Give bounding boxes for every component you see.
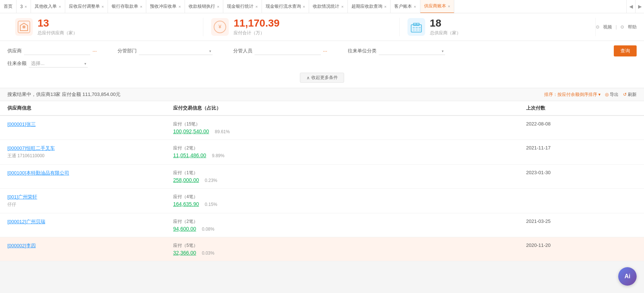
search-button[interactable]: 查询 — [614, 45, 637, 56]
close-icon[interactable]: × — [303, 4, 305, 9]
txn-amount[interactable]: 100,092,540.00 — [173, 128, 209, 134]
separator: | — [616, 24, 617, 30]
close-icon[interactable]: × — [178, 4, 181, 9]
filter-supplier: 供应商 ··· — [7, 47, 97, 55]
nav-tab-home[interactable]: 首页 — [0, 0, 17, 13]
supplier-link[interactable]: [000001]张三 — [7, 121, 173, 128]
supplier-cell: [000100]本特勤油品有限公司 — [7, 170, 173, 177]
col-supplier-info: 供应商信息 — [7, 105, 173, 111]
txn-label: 应付（2笔） — [173, 218, 526, 225]
close-icon[interactable]: × — [25, 4, 27, 9]
supplier-dots-icon[interactable]: ··· — [92, 48, 97, 54]
balance-select[interactable]: 选择... — [29, 59, 88, 68]
stat-payable-amount: ¥ 11,170.39 应付合计（万） — [203, 18, 399, 36]
stat-total-suppliers-label: 总供应商（家） — [430, 30, 461, 36]
sort-caret-icon: ▾ — [598, 92, 601, 97]
txn-amount[interactable]: 94,600.00 — [173, 226, 196, 232]
txn-amount[interactable]: 11,051,486.00 — [173, 152, 206, 158]
col-txn-info: 应付交易信息（占比） — [173, 105, 526, 111]
nav-tab-customer[interactable]: 客户账本 × — [391, 0, 420, 13]
filter-balance: 往来余额 选择... ▾ — [7, 59, 88, 68]
collapse-button[interactable]: ∧ 收起更多条件 — [300, 73, 344, 83]
nav-tab-cash-flow-label: 现金银行流水查询 — [266, 3, 301, 10]
supplier-label: 供应商 — [7, 48, 22, 54]
nav-prev-arrow[interactable]: ◀ — [626, 0, 635, 13]
txn-amount[interactable]: 32,366.00 — [173, 250, 196, 256]
close-icon[interactable]: × — [255, 4, 258, 9]
nav-tab-adjustment[interactable]: 应收应付调整单 × — [65, 0, 108, 13]
filter-area: 供应商 ··· 分管部门 ▾ 分管人员 ··· 往来单位分类 — [0, 41, 644, 88]
supplier-link[interactable]: [000002]李四 — [7, 242, 173, 249]
nav-tab-home-label: 首页 — [4, 3, 13, 10]
person-dots-icon[interactable]: ··· — [323, 48, 328, 54]
txn-cell: 应付（4笔） 164,635.90 0.15% — [173, 194, 526, 207]
txn-label: 应付（1笔） — [173, 170, 526, 176]
col-last-pay: 上次付数 — [526, 105, 637, 111]
nav-arrows: ◀ ▶ — [626, 0, 644, 13]
export-button[interactable]: ◎ 导出 — [605, 92, 619, 98]
nav-tab-cash-flow[interactable]: 现金银行流水查询 × — [262, 0, 309, 13]
close-icon[interactable]: × — [341, 4, 343, 9]
nav-tab-collection[interactable]: 收款核销执行 × — [185, 0, 223, 13]
supplier-sub: 仔仔 — [7, 201, 173, 208]
sort-dropdown[interactable]: 排序：按应付余额倒序排序 ▾ — [544, 92, 601, 98]
supplier-link[interactable]: [000100]本特勤油品有限公司 — [7, 170, 173, 176]
txn-label: 应付（4笔） — [173, 194, 526, 200]
person-label: 分管人员 — [233, 48, 252, 54]
supplier-input[interactable] — [24, 47, 90, 55]
close-icon[interactable]: × — [102, 4, 104, 9]
last-pay-cell: 2021-11-17 — [526, 145, 637, 151]
nav-tab-collect-stats[interactable]: 收款情况统计 × — [309, 0, 347, 13]
txn-label: 应付（2笔） — [173, 145, 526, 151]
stat-payable-suppliers: 13 总应付供应商（家） — [7, 18, 203, 36]
nav-tab-customer-label: 客户账本 — [394, 3, 412, 10]
unit-class-select[interactable] — [379, 47, 445, 55]
summary-bar: 搜索结果中，供应商13家 应付金额 111,703,854.00元 排序：按应付… — [0, 88, 644, 101]
nav-tab-collection-label: 收款核销执行 — [189, 3, 215, 10]
nav-tab-bank-label: 银行存取款单 — [112, 3, 138, 10]
supplier-cell: [000001]张三 — [7, 121, 173, 129]
table-row: [000012]广州贝瑞 应付（2笔） 94,600.00 0.08% 2021… — [0, 213, 644, 237]
payable-amount-icon: ¥ — [211, 18, 229, 36]
close-icon[interactable]: × — [448, 4, 450, 8]
payable-suppliers-icon — [15, 18, 33, 36]
last-pay-cell: 2020-11-20 — [526, 242, 637, 248]
person-input[interactable] — [255, 47, 321, 55]
supplier-cell: [000012]广州贝瑞 — [7, 218, 173, 226]
close-icon[interactable]: × — [384, 4, 386, 9]
nav-tab-supplier-label: 供应商账本 — [424, 3, 446, 9]
table-row: [000007]恒旺二手叉车 王通 17106110000 应付（2笔） 11,… — [0, 140, 644, 165]
total-suppliers-icon — [407, 18, 426, 36]
nav-tab-cash-stats[interactable]: 现金银行统计 × — [223, 0, 262, 13]
stat-payable-suppliers-count: 13 — [38, 18, 77, 29]
nav-tab-overdue[interactable]: 超期应收款查询 × — [348, 0, 391, 13]
table-row: [000001]张三 应付（15笔） 100,092,540.00 89.61%… — [0, 116, 644, 140]
close-icon[interactable]: × — [140, 4, 142, 9]
stat-total-suppliers-info: 18 总供应商（家） — [430, 18, 461, 36]
nav-tab-supplier[interactable]: 供应商账本 × — [420, 0, 454, 13]
table-header: 供应商信息 应付交易信息（占比） 上次付数 — [0, 101, 644, 116]
svg-rect-11 — [416, 27, 418, 28]
txn-amount[interactable]: 164,635.90 — [173, 201, 199, 207]
nav-next-arrow[interactable]: ▶ — [635, 0, 644, 13]
nav-tab-bank[interactable]: 银行存取款单 × — [108, 0, 146, 13]
supplier-link[interactable]: [001]广州荣轩 — [7, 194, 173, 200]
help-link[interactable]: 帮助 — [628, 24, 637, 30]
refresh-button[interactable]: ↺ 刷新 — [623, 92, 637, 98]
svg-rect-13 — [413, 29, 415, 31]
svg-rect-10 — [413, 27, 415, 28]
supplier-link[interactable]: [000007]恒旺二手叉车 — [7, 145, 173, 152]
dept-label: 分管部门 — [118, 48, 137, 54]
nav-tab-other-income[interactable]: 其他收入单 × — [31, 0, 65, 13]
close-icon[interactable]: × — [217, 4, 219, 9]
txn-pct: 0.23% — [205, 178, 217, 183]
txn-amount[interactable]: 258,000.00 — [173, 177, 199, 183]
dept-select[interactable] — [139, 47, 213, 55]
supplier-link[interactable]: [000012]广州贝瑞 — [7, 218, 173, 225]
nav-tab-prepay[interactable]: 预收冲应收单 × — [146, 0, 185, 13]
svg-rect-15 — [419, 29, 421, 31]
close-icon[interactable]: × — [59, 4, 61, 9]
close-icon[interactable]: × — [414, 4, 416, 9]
nav-tab-3[interactable]: 3 × — [17, 0, 31, 13]
video-link[interactable]: 视频 — [603, 24, 612, 30]
